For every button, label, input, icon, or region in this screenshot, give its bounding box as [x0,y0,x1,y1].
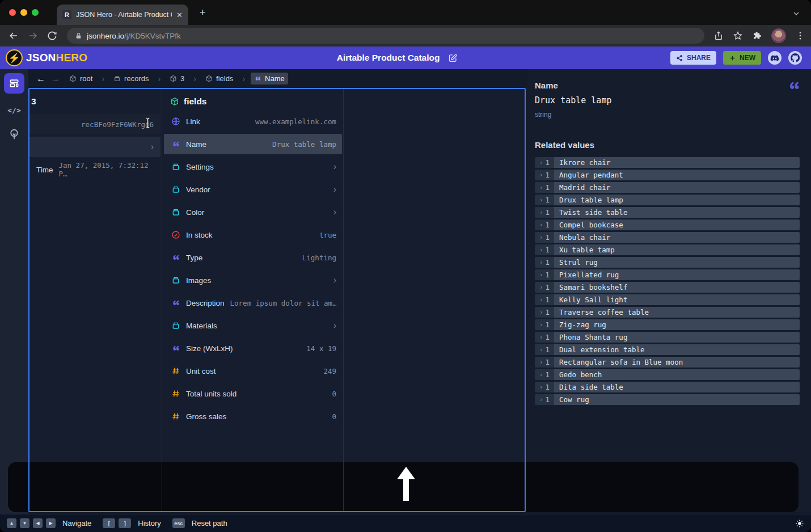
related-value-row[interactable]: ›1Dual extension table [535,344,800,355]
tab-close-icon[interactable]: ✕ [176,11,183,19]
zoom-window-button[interactable] [32,9,39,16]
record-fields-row[interactable]: › [29,137,160,157]
new-button[interactable]: NEW [723,51,761,65]
share-button[interactable]: SHARE [670,51,716,65]
browser-tab[interactable]: R JSON Hero - Airtable Product C ✕ [57,5,188,25]
related-value-row[interactable]: ›1Cow rug [535,394,800,405]
field-row-color[interactable]: Color› [164,202,342,222]
related-value-row[interactable]: ›1Twist side table [535,207,800,218]
profile-avatar[interactable] [771,28,786,43]
field-row-images[interactable]: Images› [164,270,342,290]
related-value-row[interactable]: ›1Kelly Sall light [535,294,800,305]
theme-toggle-sun-icon[interactable] [795,519,804,528]
related-value-badge[interactable]: ›1 [535,157,554,168]
address-bar[interactable]: jsonhero.io/j/KD5KVstvTPfk [67,28,704,44]
related-value-row[interactable]: ›1Drux table lamp [535,195,800,205]
related-value-badge[interactable]: ›1 [535,219,554,230]
related-value-badge[interactable]: ›1 [535,307,554,318]
field-row-unit-cost[interactable]: Unit cost249 [164,361,342,381]
chevron-right-icon: › [539,209,543,216]
related-value-row[interactable]: ›1Strul rug [535,257,800,268]
related-value-badge[interactable]: ›1 [535,207,554,218]
github-icon[interactable] [788,51,802,65]
related-value-row[interactable]: ›1Pixellated rug [535,269,800,280]
tree-view-icon[interactable] [7,128,21,141]
related-value-badge[interactable]: ›1 [535,332,554,343]
window-controls[interactable] [9,9,39,16]
related-value-row[interactable]: ›1Nebula chair [535,232,800,243]
field-row-materials[interactable]: Materials› [164,315,342,336]
json-view-icon[interactable]: </> [7,103,21,117]
chevron-down-icon[interactable] [792,9,801,18]
related-value-badge[interactable]: ›1 [535,182,554,193]
field-row-description[interactable]: DescriptionLorem ipsum dolor sit am… [164,293,342,313]
related-value-label: Kelly Sall light [554,294,800,305]
close-window-button[interactable] [9,9,16,16]
quotes-icon [254,75,261,82]
related-value-badge[interactable]: ›1 [535,282,554,293]
new-tab-button[interactable]: + [200,8,206,17]
extensions-puzzle-icon[interactable] [752,31,762,41]
related-value-count: 1 [546,320,550,329]
column-view-icon[interactable] [4,73,24,94]
related-value-badge[interactable]: ›1 [535,244,554,255]
related-value-badge[interactable]: ›1 [535,394,554,405]
field-row-size-wxlxh-[interactable]: Size (WxLxH)14 x 19 [164,338,342,358]
field-row-type[interactable]: TypeLighting [164,247,342,268]
record-createdtime-row[interactable]: Time Jan 27, 2015, 7:32:12 P… [29,159,160,180]
breadcrumb-item-3[interactable]: 3 [166,73,188,85]
related-value-badge[interactable]: ›1 [535,357,554,368]
field-row-total-units-sold[interactable]: Total units sold0 [164,383,342,404]
field-row-name[interactable]: NameDrux table lamp [164,134,342,154]
related-value-row[interactable]: ›1Madrid chair [535,182,800,193]
field-row-settings[interactable]: Settings› [164,157,342,177]
back-icon[interactable] [8,30,19,41]
related-value-label: Samari bookshelf [554,282,800,293]
field-row-in-stock[interactable]: In stocktrue [164,225,342,245]
chevron-right-icon: › [539,196,543,204]
related-value-row[interactable]: ›1Phona Shanta rug [535,332,800,343]
bookmark-star-icon[interactable] [733,31,743,41]
related-value-badge[interactable]: ›1 [535,257,554,268]
share-page-icon[interactable] [713,31,724,41]
breadcrumb-item-label: fields [216,74,233,83]
related-value-row[interactable]: ›1Gedo bench [535,369,800,380]
related-value-row[interactable]: ›1Samari bookshelf [535,282,800,293]
field-row-vendor[interactable]: Vendor› [164,179,342,200]
breadcrumb-item-fields[interactable]: fields [202,73,236,85]
field-row-link[interactable]: Linkwww.examplelink.com [164,111,342,132]
quotes-icon [171,298,180,307]
edit-title-icon[interactable] [447,53,457,63]
related-value-row[interactable]: ›1Traverse coffee table [535,307,800,318]
breadcrumb-back-icon[interactable]: ← [36,74,45,84]
discord-icon[interactable] [768,51,782,65]
related-value-row[interactable]: ›1Dita side table [535,382,800,392]
related-value-badge[interactable]: ›1 [535,319,554,330]
reload-icon[interactable] [47,30,58,41]
related-value-row[interactable]: ›1Zig-zag rug [535,319,800,330]
related-value-row[interactable]: ›1Rectangular sofa in Blue moon [535,357,800,368]
related-value-badge[interactable]: ›1 [535,369,554,380]
record-id-row[interactable]: recBFo9FzF6WKrgd6 [29,114,160,134]
related-value-row[interactable]: ›1Compel bookcase [535,219,800,230]
related-value-row[interactable]: ›1Ikrore chair [535,157,800,168]
related-value-row[interactable]: ›1Angular pendant [535,170,800,180]
related-value-badge[interactable]: ›1 [535,269,554,280]
browser-menu-icon[interactable] [795,31,805,41]
breadcrumb-item-name[interactable]: Name [251,73,288,85]
jsonhero-logo[interactable]: ⚡ JSONHERO [6,49,87,66]
related-value-badge[interactable]: ›1 [535,232,554,243]
field-row-gross-sales[interactable]: Gross sales0 [164,406,342,427]
forward-icon[interactable] [27,30,39,41]
related-value-badge[interactable]: ›1 [535,195,554,205]
breadcrumb-item-root[interactable]: root [66,73,96,85]
breadcrumb-item-records[interactable]: records [110,73,152,85]
related-value-badge[interactable]: ›1 [535,294,554,305]
related-value-badge[interactable]: ›1 [535,382,554,392]
related-value-badge[interactable]: ›1 [535,170,554,180]
related-value-row[interactable]: ›1Xu table tamp [535,244,800,255]
related-value-label: Cow rug [554,394,800,405]
minimize-window-button[interactable] [20,9,27,16]
related-value-badge[interactable]: ›1 [535,344,554,355]
breadcrumb-forward-icon[interactable]: → [51,74,60,84]
